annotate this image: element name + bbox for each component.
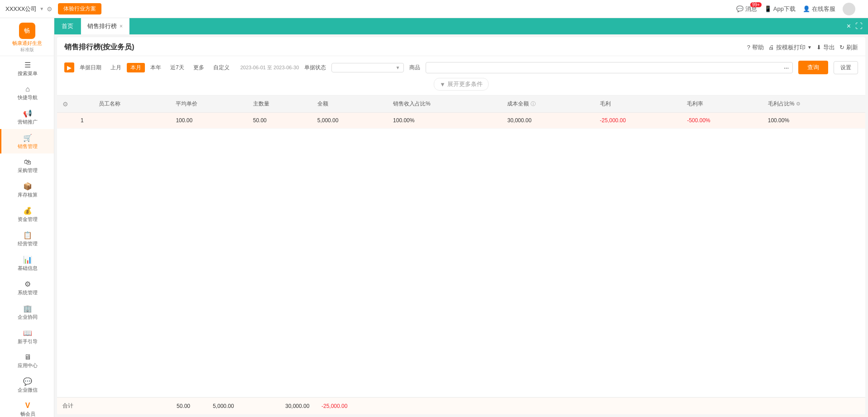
company-selector[interactable]: XXXXX公司 ▼: [5, 5, 44, 13]
avatar[interactable]: [843, 3, 855, 15]
cell-profit: -25,000.00: [595, 113, 682, 129]
date-tab-this-year[interactable]: 本年: [147, 63, 165, 72]
sidebar-item-guide[interactable]: 📖 新手引导: [0, 324, 54, 349]
goods-filter-label: 商品: [409, 64, 420, 72]
settings-button[interactable]: 设置: [834, 61, 858, 74]
table-settings-icon[interactable]: ⚙: [62, 101, 68, 108]
query-button[interactable]: 查询: [798, 61, 828, 74]
date-filter-label: 单据日期: [80, 64, 101, 72]
sidebar-item-operations[interactable]: 📋 经营管理: [0, 226, 54, 251]
filter-bar: ▶ 单据日期 上月 本月 本年 近7天 更多 自定义 2023-06-01 至 …: [57, 56, 865, 96]
sidebar-label-search: 搜索菜单: [18, 70, 38, 77]
tab-expand-btn[interactable]: ⛶: [854, 21, 864, 31]
tab-sales-ranking[interactable]: 销售排行榜 ×: [81, 18, 129, 34]
top-bar: XXXXX公司 ▼ ⚙ 体验行业方案 💬 消息 99+ 📱 App下载 👤 在线…: [0, 0, 868, 18]
member-icon: V: [25, 402, 30, 410]
message-button[interactable]: 💬 消息 99+: [736, 5, 757, 13]
cell-settings: [57, 113, 75, 129]
trial-button[interactable]: 体验行业方案: [58, 3, 101, 14]
sidebar-item-marketing[interactable]: 📢 营销推广: [0, 105, 54, 129]
tab-close-window-btn[interactable]: ×: [845, 21, 853, 31]
apps-icon: 🖥: [24, 353, 31, 361]
sidebar-item-system[interactable]: ⚙ 系统管理: [0, 275, 54, 300]
page-title: 销售排行榜(按业务员): [64, 43, 134, 52]
date-range: 2023-06-01 至 2023-06-30: [240, 64, 299, 71]
logo-sub: 标准版: [20, 47, 34, 53]
col-name: 员工名称: [93, 96, 170, 113]
enterprise-icon: 🏢: [23, 304, 32, 313]
refresh-icon: ↻: [839, 44, 844, 51]
app-download-button[interactable]: 📱 App下载: [764, 5, 796, 13]
sidebar-item-quicknav[interactable]: ⌂ 快捷导航: [0, 81, 54, 105]
sidebar-item-search[interactable]: ☰ 搜索菜单: [0, 56, 54, 81]
footer-spacer-2: [135, 403, 171, 409]
finance-icon: 💰: [23, 206, 32, 215]
company-name: XXXXX公司: [5, 5, 37, 13]
sidebar-item-sales[interactable]: 🛒 销售管理: [0, 129, 54, 153]
template-print-button[interactable]: 🖨 按模板打印 ▼: [768, 43, 812, 52]
cell-profit-rate: -500.00%: [681, 113, 762, 129]
main-layout: 畅 畅康通好生意 标准版 ☰ 搜索菜单 ⌂ 快捷导航 📢 营销推广 🛒 销售管理…: [0, 18, 868, 417]
data-table: ⚙ 员工名称 平均单价 主数量 全额 销售收入占比% 成本全额 ⓘ 毛利 毛利率…: [57, 96, 865, 129]
cell-rank: 1: [75, 113, 93, 129]
status-arrow-icon: ▼: [395, 65, 400, 70]
search-menu-icon: ☰: [24, 61, 31, 69]
sidebar-item-purchase[interactable]: 🛍 采购管理: [0, 153, 54, 177]
help-button[interactable]: ? 帮助: [747, 43, 764, 52]
app-label: App下载: [773, 5, 796, 13]
sidebar-item-wechat[interactable]: 💬 企业微信: [0, 373, 54, 397]
date-tab-more[interactable]: 更多: [190, 63, 208, 72]
footer-cost: 30,000.00: [280, 403, 316, 409]
status-select[interactable]: ▼: [331, 63, 404, 72]
tab-home[interactable]: 首页: [54, 18, 81, 34]
sidebar-item-basics[interactable]: 📊 基础信息: [0, 251, 54, 275]
table-row: 1 100.00 50.00 5,000.00 100.00% 30,000.0…: [57, 113, 865, 129]
sidebar-item-finance[interactable]: 💰 资金管理: [0, 202, 54, 226]
refresh-button[interactable]: ↻ 刷新: [839, 43, 858, 52]
sidebar-label-purchase: 采购管理: [18, 167, 38, 174]
footer-profit: -25,000.00: [316, 403, 353, 409]
cell-name: [93, 113, 170, 129]
sidebar-label-quicknav: 快捷导航: [18, 94, 38, 101]
basics-icon: 📊: [23, 255, 32, 264]
date-tab-7days[interactable]: 近7天: [167, 63, 188, 72]
expand-conditions-btn[interactable]: ▼ 展开更多条件: [434, 78, 489, 91]
content-area: 首页 销售排行榜 × × ⛶ 销售排行榜(按业务员) ? 帮助: [54, 18, 868, 417]
col-sales-pct: 销售收入占比%: [388, 96, 502, 113]
online-service-button[interactable]: 👤 在线客服: [803, 5, 835, 13]
export-button[interactable]: ⬇ 导出: [816, 43, 835, 52]
filter-toggle-btn[interactable]: ▶: [64, 62, 74, 72]
sidebar-label-guide: 新手引导: [18, 338, 38, 345]
date-tab-custom[interactable]: 自定义: [210, 63, 233, 72]
sidebar-item-enterprise[interactable]: 🏢 企业协同: [0, 300, 54, 324]
date-tab-last-month[interactable]: 上月: [107, 63, 125, 72]
goods-input-container[interactable]: ···: [426, 62, 793, 73]
message-badge: 99+: [750, 2, 762, 7]
inventory-icon: 📦: [23, 182, 32, 191]
settings-icon[interactable]: ⚙: [47, 5, 53, 13]
expand-label: 展开更多条件: [447, 80, 483, 88]
export-icon: ⬇: [816, 44, 821, 51]
print-chevron-icon: ▼: [807, 45, 812, 50]
sidebar-item-inventory[interactable]: 📦 库存核算: [0, 177, 54, 202]
tab-close-icon[interactable]: ×: [120, 23, 123, 29]
expand-arrow-icon: ▼: [440, 81, 446, 88]
help-icon: ?: [747, 44, 750, 51]
date-tab-this-month[interactable]: 本月: [127, 63, 145, 72]
purchase-icon: 🛍: [24, 158, 31, 166]
page-header: 销售排行榜(按业务员) ? 帮助 🖨 按模板打印 ▼ ⬇ 导出: [57, 37, 865, 56]
col-cost: 成本全额 ⓘ: [502, 96, 594, 113]
footer-amount: 5,000.00: [207, 403, 244, 409]
sidebar-item-apps[interactable]: 🖥 应用中心: [0, 349, 54, 373]
sales-icon: 🛒: [23, 134, 32, 142]
sidebar-label-operations: 经营管理: [18, 240, 38, 247]
cell-profit-pct: 100.00%: [762, 113, 865, 129]
operations-icon: 📋: [23, 231, 32, 240]
expand-row: ▼ 展开更多条件: [64, 78, 858, 91]
sidebar-label-inventory: 库存核算: [18, 192, 38, 198]
footer-spacer-3: [244, 403, 280, 409]
quicknav-icon: ⌂: [25, 85, 30, 93]
col-profit-pct: 毛利占比% ⚙: [762, 96, 865, 113]
sidebar-item-member[interactable]: V 畅会员: [0, 397, 54, 417]
sidebar-label-basics: 基础信息: [18, 265, 38, 272]
